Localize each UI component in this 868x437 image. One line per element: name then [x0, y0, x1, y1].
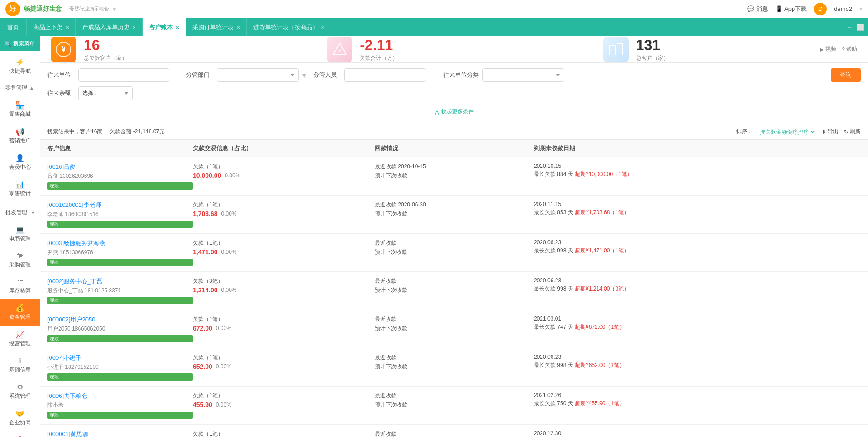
balance-select[interactable]: 选择... — [78, 86, 133, 100]
sidebar-item-purchase[interactable]: 🛍 采购管理 — [0, 247, 40, 273]
video-btn[interactable]: ▶ 视频 — [820, 45, 836, 53]
table-row: [0001020001]李老师 李老师 18600391516 现款 欠款（1笔… — [40, 196, 868, 234]
debt-pct-3: 0.00% — [221, 287, 237, 293]
debt-pct-6: 0.00% — [216, 402, 231, 408]
sort-select[interactable]: 按欠款金额倒序排序 — [758, 128, 816, 136]
customer-info-2: [0003]畅捷服务尹海燕 尹燕 18513066976 现款 — [47, 239, 193, 266]
tab-product-listing[interactable]: 商品上下架 ✕ — [27, 18, 76, 36]
customer-name-4[interactable]: [000002]用户2050 — [47, 316, 193, 324]
overdue-link-4[interactable]: 超期¥672.00（1笔） — [575, 324, 625, 330]
close-tab-3[interactable]: ✕ — [176, 25, 179, 30]
vendor-dots[interactable]: ··· — [173, 71, 179, 79]
category-select[interactable] — [482, 68, 564, 82]
debt-pct-4: 0.00% — [216, 325, 231, 332]
next-collection-0: 预计下次收款 — [375, 172, 534, 180]
debt-info-0: 欠款（1笔） 10,000.00 0.00% — [193, 163, 375, 179]
customer-name-3[interactable]: [0002]服务中心_丁磊 — [47, 277, 193, 286]
customer-tag-3: 现款 — [47, 297, 193, 304]
export-btn[interactable]: ⬇ 导出 — [822, 128, 838, 136]
customer-contact-0: 吕俊 13026203696 — [47, 172, 193, 180]
overdue-link-5[interactable]: 超期¥652.00（1笔） — [575, 362, 625, 368]
debt-info-5: 欠款（1笔） 652.00 0.00% — [193, 354, 375, 370]
sidebar-item-enterprise-collab[interactable]: 🤝 企业协同 — [0, 405, 40, 431]
sidebar-item-wholesale[interactable]: 批发管理 ▾ — [0, 204, 40, 221]
customer-name-2[interactable]: [0003]畅捷服务尹海燕 — [47, 239, 193, 247]
tab-stock-stats[interactable]: 进货单统计表（按商品） ✕ — [247, 18, 331, 36]
quick-nav-icon: ⚡ — [15, 58, 25, 66]
env-dropdown-icon[interactable]: ▾ — [113, 5, 116, 13]
recovery-row-6: 最近收款 — [375, 392, 534, 400]
tab-production-history[interactable]: 产成品入库单历史 ✕ — [76, 18, 143, 36]
close-tab-5[interactable]: ✕ — [321, 25, 325, 30]
msg-btn[interactable]: 💬 消息 — [747, 5, 768, 13]
card-number-2: -2.11 — [360, 36, 398, 54]
overdue-link-2[interactable]: 超期¥1,471.00（1笔） — [575, 247, 629, 254]
close-tab-2[interactable]: ✕ — [132, 25, 136, 30]
overdue-link-3[interactable]: 超期¥1,214.00（3笔） — [575, 286, 629, 292]
customer-name-5[interactable]: [0007]小进干 — [47, 354, 193, 362]
system-icon: ⚙ — [17, 383, 23, 392]
close-tab-1[interactable]: ✕ — [65, 25, 69, 30]
basic-info-icon: ℹ — [19, 357, 21, 365]
search-btn[interactable]: 查询 — [831, 68, 861, 82]
close-tab-4[interactable]: ✕ — [236, 25, 240, 30]
window-minimize-icon[interactable]: － — [847, 23, 853, 31]
refresh-btn[interactable]: ↻ 刷新 — [844, 128, 861, 136]
sidebar-item-basic-info[interactable]: ℹ 基础信息 — [0, 352, 40, 378]
sidebar-item-retail-stats[interactable]: 📊 零售统计 — [0, 176, 40, 202]
tab-home[interactable]: 首页 — [0, 18, 27, 36]
customer-name-1[interactable]: [0001020001]李老师 — [47, 201, 193, 209]
avatar[interactable]: D — [814, 3, 827, 15]
svg-text:✦: ✦ — [338, 49, 341, 54]
person-dots[interactable]: ··· — [430, 71, 436, 79]
sidebar-item-member-center[interactable]: 👤 会员中心 — [0, 149, 40, 176]
card-content-2: -2.11 欠款合计（万） — [360, 36, 398, 62]
overdue-link-0[interactable]: 超期¥10,000.00（1笔） — [575, 171, 632, 177]
sidebar-item-operations[interactable]: 📈 经营管理 — [0, 326, 40, 352]
recovery-row-3: 最近收款 — [375, 277, 534, 285]
debt-count-0: 欠款（1笔） — [193, 163, 375, 171]
debt-info-7: 欠款（1笔） 429.00 0.00% — [193, 430, 375, 437]
sidebar-item-retail-mgmt[interactable]: 零售管理 ▲ — [0, 80, 40, 96]
app-btn[interactable]: 📱 App下载 — [775, 5, 807, 13]
overdue-link-6[interactable]: 超期¥455.90（1笔） — [575, 400, 625, 407]
tab-customer-ledger[interactable]: 客户账本 ✕ — [143, 18, 186, 36]
filter-category: 往来单位分类 — [443, 68, 564, 82]
sidebar-item-system[interactable]: ⚙ 系统管理 — [0, 378, 40, 405]
debt-row-3: 1,214.00 0.00% — [193, 286, 375, 294]
help-btn[interactable]: ? 帮助 — [842, 45, 857, 53]
dept-select[interactable] — [217, 68, 299, 82]
debt-info-6: 欠款（1笔） 455.90 0.00% — [193, 392, 375, 408]
tab-purchase-stats[interactable]: 采购订单统计表 ✕ — [186, 18, 247, 36]
sidebar-item-new-guide[interactable]: 🎯 新手引导 — [0, 431, 40, 437]
recovery-row-7: 最近收款 — [375, 430, 534, 437]
user-dropdown-icon[interactable]: ▾ — [859, 5, 863, 12]
debt-amount-0: 10,000.00 — [193, 172, 221, 179]
customer-name-7[interactable]: [000001]黄思源 — [47, 430, 193, 437]
customer-info-4: [000002]用户2050 用户2050 18665062050 现款 — [47, 316, 193, 342]
sidebar-item-inventory[interactable]: 🗃 库存核算 — [0, 273, 40, 299]
overdue-link-1[interactable]: 超期¥1,703.68（1笔） — [575, 209, 629, 216]
customer-contact-6: 陈小希 — [47, 402, 193, 409]
last-collection-0: 最近收款 2020-10-15 — [375, 163, 426, 171]
customer-name-0[interactable]: [0016]吕俊 — [47, 163, 193, 171]
window-maximize-icon[interactable]: ⬜ — [857, 24, 864, 31]
filter-collapse-btn[interactable]: ⋀ 收起更多条件 — [47, 105, 861, 118]
sidebar-item-quick-nav[interactable]: ⚡ 快捷导航 — [0, 53, 40, 80]
due-date-2: 2020.06.23 — [534, 239, 861, 246]
sidebar-item-retail-mall[interactable]: 🏪 零售商城 — [0, 96, 40, 123]
customer-tag-1: 现款 — [47, 221, 193, 228]
recovery-info-5: 最近收款 预计下次收款 — [375, 354, 534, 371]
operations-icon: 📈 — [15, 330, 25, 339]
person-input[interactable] — [344, 68, 426, 82]
sidebar-item-ecommerce[interactable]: 💻 电商管理 — [0, 221, 40, 247]
overdue-days-2: 最长欠款 998 天 超期¥1,471.00（1笔） — [534, 247, 861, 255]
sidebar-item-finance[interactable]: 💰 资金管理 — [0, 299, 40, 326]
sidebar-search[interactable]: 🔍 搜索菜单 — [0, 36, 40, 51]
sidebar-item-marketing[interactable]: 📢 营销推广 — [0, 123, 40, 149]
result-info-left: 搜索结果中，客户16家 欠款金额 -21,148.07元 — [47, 128, 165, 136]
logo-area: 好 畅捷通好生意 母婴行业演示账套 ▾ — [5, 2, 116, 16]
due-info-4: 2021.03.01 最长欠款 747 天 超期¥672.00（1笔） — [534, 316, 861, 331]
vendor-input[interactable] — [78, 68, 169, 82]
customer-name-6[interactable]: [0006]去下粮仓 — [47, 392, 193, 400]
